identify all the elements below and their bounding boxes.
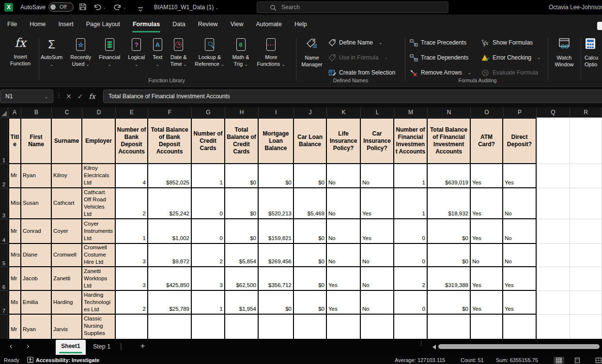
cell-M2[interactable]: 1	[394, 164, 428, 188]
row-header-4[interactable]: 4	[0, 219, 8, 244]
column-header-Q[interactable]: Q	[537, 107, 570, 118]
cell-D1[interactable]: Employer	[82, 118, 116, 164]
cell-A2[interactable]: Mr	[8, 164, 21, 188]
cell-H2[interactable]: $0	[225, 164, 259, 188]
column-header-H[interactable]: H	[225, 107, 259, 118]
cell-M3[interactable]: 1	[394, 188, 428, 219]
cancel-icon[interactable]: ✕	[66, 92, 72, 100]
cell-L6[interactable]: No	[361, 267, 394, 291]
customize-toolbar-icon[interactable]	[138, 5, 143, 14]
insert-function-icon-small[interactable]: fx	[89, 92, 95, 100]
cell-D3[interactable]: Cathcart Off Road Vehicles Ltd	[82, 188, 116, 219]
cell-O7[interactable]: Yes	[471, 291, 503, 315]
document-title[interactable]: BIAM110_W1_Data (1) ⌄	[154, 4, 218, 11]
date-time-button[interactable]: Date &Time ⌄	[170, 36, 187, 68]
cell-E6[interactable]: 3	[116, 267, 148, 291]
cell-R5[interactable]	[570, 244, 602, 267]
cell-M5[interactable]: 0	[394, 244, 428, 267]
trace-precedents-button[interactable]: Trace Precedents	[410, 38, 471, 47]
cell-H4[interactable]: $0	[225, 219, 259, 244]
column-header-K[interactable]: K	[327, 107, 361, 118]
cell-N4[interactable]: $0	[428, 219, 471, 244]
cell-E7[interactable]: 2	[116, 291, 148, 315]
cell-A6[interactable]: Mr	[8, 267, 21, 291]
cell-R6[interactable]	[570, 267, 602, 291]
row-header-3[interactable]: 3	[0, 188, 8, 219]
excel-logo-icon[interactable]: X	[4, 3, 13, 12]
logical-button[interactable]: ?Logical⌄	[128, 36, 145, 68]
cell-A4[interactable]: Mr	[8, 219, 21, 244]
cell-G5[interactable]: 2	[192, 244, 225, 267]
cell-G7[interactable]: 1	[192, 291, 225, 315]
autosave-toggle[interactable]: Off	[48, 2, 74, 12]
cell-F3[interactable]: $25,242	[148, 188, 192, 219]
cell-B2[interactable]: Ryan	[21, 164, 52, 188]
cell-B7[interactable]: Emilia	[21, 291, 52, 315]
ribbon-tab-automate[interactable]: Automate	[250, 15, 289, 34]
cell-J7[interactable]: $0	[294, 291, 327, 315]
cell-K6[interactable]: Yes	[327, 267, 361, 291]
cell-O5[interactable]: No	[471, 244, 503, 267]
column-header-D[interactable]: D	[82, 107, 116, 118]
cell-O3[interactable]: Yes	[471, 188, 503, 219]
cell-N7[interactable]: $0	[428, 291, 471, 315]
ribbon-tab-home[interactable]: Home	[23, 15, 52, 34]
column-header-L[interactable]: L	[361, 107, 394, 118]
cell-J2[interactable]: $0	[294, 164, 327, 188]
enter-icon[interactable]: ✓	[77, 92, 83, 100]
cell-E2[interactable]: 4	[116, 164, 148, 188]
cell-H6[interactable]: $62,500	[225, 267, 259, 291]
cell-C2[interactable]: Kilroy	[52, 164, 82, 188]
cell-N5[interactable]: $0	[428, 244, 471, 267]
select-all-button[interactable]	[0, 107, 8, 118]
hscroll-left-arrow[interactable]	[432, 345, 436, 349]
text-button[interactable]: AText⌄	[153, 36, 162, 68]
cell-G6[interactable]: 3	[192, 267, 225, 291]
cell-L1[interactable]: Car Insurance Policy?	[361, 118, 394, 164]
cell-B1[interactable]: First Name	[21, 118, 52, 164]
cell-J1[interactable]: Car Loan Balance	[294, 118, 327, 164]
define-name-button[interactable]: Define Name⌄	[328, 38, 395, 47]
cell-P5[interactable]: No	[503, 244, 537, 267]
column-header-C[interactable]: C	[52, 107, 82, 118]
cell-K2[interactable]: No	[327, 164, 361, 188]
cell-O2[interactable]: Yes	[471, 164, 503, 188]
cell-K5[interactable]: No	[327, 244, 361, 267]
cell-H3[interactable]: $0	[225, 188, 259, 219]
ribbon-tab-insert[interactable]: Insert	[52, 15, 80, 34]
cell-K1[interactable]: Life Insurance Policy?	[327, 118, 361, 164]
cell-P7[interactable]: Yes	[503, 291, 537, 315]
autosum-button[interactable]: ΣAutoSum⌄	[41, 36, 62, 68]
remove-arrows-button[interactable]: Remove Arrows⌄	[410, 68, 471, 77]
undo-dropdown-icon[interactable]: ⌄	[103, 5, 106, 10]
column-header-I[interactable]: I	[259, 107, 294, 118]
cell-R4[interactable]	[570, 219, 602, 244]
cell-I4[interactable]: $159,821	[259, 219, 294, 244]
search-box[interactable]: Search	[257, 1, 448, 13]
ribbon-tab-review[interactable]: Review	[192, 15, 224, 34]
cell-P1[interactable]: Direct Deposit?	[503, 118, 537, 164]
column-header-B[interactable]: B	[21, 107, 52, 118]
ribbon-tab-view[interactable]: View	[224, 15, 250, 34]
cell-B5[interactable]: Diane	[21, 244, 52, 267]
save-icon[interactable]	[79, 3, 87, 13]
more-functions-button[interactable]: ···MoreFunctions ⌄	[257, 36, 285, 68]
accessibility-status[interactable]: Accessibility: Investigate	[36, 357, 99, 363]
row-header-1[interactable]: 1	[0, 118, 8, 164]
cell-A5[interactable]: Mrs	[8, 244, 21, 267]
error-checking-button[interactable]: Error Checking⌄	[481, 53, 541, 62]
cell-H1[interactable]: Total Balance of Credit Cards	[225, 118, 259, 164]
cell-A7[interactable]: Ms	[8, 291, 21, 315]
watch-window-button[interactable]: WatchWindow	[550, 36, 579, 68]
column-header-R[interactable]: R	[570, 107, 602, 118]
cell-O4[interactable]: Yes	[471, 219, 503, 244]
cell-P6[interactable]: Yes	[503, 267, 537, 291]
cell-G1[interactable]: Number of Credit Cards	[192, 118, 225, 164]
cell-L3[interactable]: Yes	[361, 188, 394, 219]
column-header-A[interactable]: A	[8, 107, 21, 118]
cell-M4[interactable]: 0	[394, 219, 428, 244]
cell-R2[interactable]	[570, 164, 602, 188]
cell-G4[interactable]: 0	[192, 219, 225, 244]
column-header-N[interactable]: N	[428, 107, 471, 118]
cell-K7[interactable]: Yes	[327, 291, 361, 315]
